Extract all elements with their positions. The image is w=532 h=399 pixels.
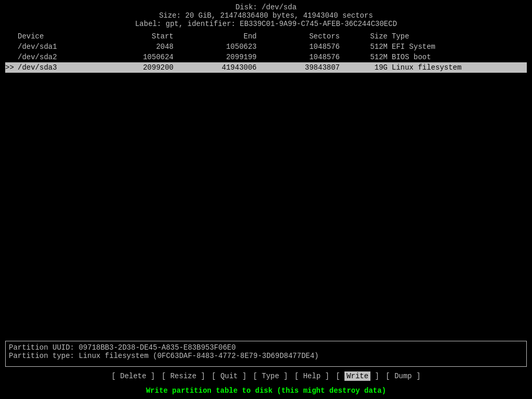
bracket-close: ]	[412, 372, 421, 380]
bracket-close: ]	[238, 372, 247, 380]
menu-item-write[interactable]: [ Write ]	[336, 372, 379, 380]
row-end: 1050623	[184, 43, 267, 51]
row-type: EFI System	[392, 43, 527, 51]
bracket-close: ]	[370, 372, 379, 380]
bracket-close: ]	[279, 372, 288, 380]
info-line2: Partition type: Linux filesystem (0FC63D…	[9, 352, 523, 360]
terminal-screen: Disk: /dev/sda Size: 20 GiB, 21474836480…	[0, 0, 532, 399]
row-device: /dev/sda3	[18, 63, 101, 72]
menu-item-quit[interactable]: [ Quit ]	[211, 372, 246, 380]
status-text: Write partition table to disk (this migh…	[146, 387, 386, 395]
col-header-size: Size	[350, 32, 392, 41]
menu-bar: [ Delete ] [ Resize ] [ Quit ] [ Type ] …	[0, 367, 532, 383]
menu-items: [ Delete ] [ Resize ] [ Quit ] [ Type ] …	[110, 372, 421, 380]
row-sectors: 39843807	[267, 63, 350, 72]
info-line1: Partition UUID: 09718BB3-2D38-DE45-A835-…	[9, 343, 523, 352]
row-indicator	[5, 53, 18, 61]
bracket-open: [	[385, 372, 394, 380]
menu-label-write: Write	[344, 371, 370, 381]
row-sectors: 1048576	[267, 53, 350, 61]
partition-table: Device Start End Sectors Size Type /dev/…	[0, 31, 532, 73]
row-sectors: 1048576	[267, 43, 350, 51]
partition-info-box: Partition UUID: 09718BB3-2D38-DE45-A835-…	[5, 341, 527, 367]
partition-rows-container: /dev/sda1 2048 1050623 1048576 512M EFI …	[5, 42, 527, 73]
menu-item-type[interactable]: [ Type ]	[253, 372, 288, 380]
status-bar: Write partition table to disk (this migh…	[0, 383, 532, 399]
disk-header: Disk: /dev/sda Size: 20 GiB, 21474836480…	[0, 0, 532, 29]
bottom-panel: Partition UUID: 09718BB3-2D38-DE45-A835-…	[0, 341, 532, 399]
col-header-type: Type	[392, 32, 527, 41]
row-device: /dev/sda2	[18, 53, 101, 61]
row-indicator: >>	[5, 63, 18, 72]
row-size: 512M	[350, 53, 392, 61]
bracket-open: [	[111, 372, 120, 380]
col-header-device: Device	[18, 32, 101, 41]
col-header-end: End	[184, 32, 267, 41]
indicator-spacer	[5, 32, 18, 41]
menu-item-delete[interactable]: [ Delete ]	[111, 372, 155, 380]
col-header-sectors: Sectors	[267, 32, 350, 41]
bracket-close: ]	[147, 372, 155, 380]
bracket-open: [	[211, 372, 220, 380]
table-header-row: Device Start End Sectors Size Type	[5, 31, 527, 42]
menu-label-delete: Delete	[120, 372, 146, 380]
row-type: BIOS boot	[392, 53, 527, 61]
row-start: 2099200	[101, 63, 184, 72]
bracket-open: [	[162, 372, 170, 380]
disk-label-line: Label: gpt, identifier: EB339C01-9A99-C7…	[0, 20, 532, 28]
table-row[interactable]: >> /dev/sda3 2099200 41943006 39843807 1…	[5, 62, 527, 73]
menu-label-dump: Dump	[394, 372, 412, 380]
row-end: 41943006	[184, 63, 267, 72]
row-size: 512M	[350, 43, 392, 51]
row-indicator	[5, 43, 18, 51]
bracket-close: ]	[321, 372, 329, 380]
menu-item-dump[interactable]: [ Dump ]	[385, 372, 420, 380]
row-end: 2099199	[184, 53, 267, 61]
table-row[interactable]: /dev/sda1 2048 1050623 1048576 512M EFI …	[5, 42, 527, 52]
menu-label-resize: Resize	[170, 372, 196, 380]
row-start: 1050624	[101, 53, 184, 61]
row-device: /dev/sda1	[18, 43, 101, 51]
menu-item-help[interactable]: [ Help ]	[295, 372, 329, 380]
disk-title: Disk: /dev/sda	[0, 3, 532, 11]
table-row[interactable]: /dev/sda2 1050624 2099199 1048576 512M B…	[5, 52, 527, 62]
menu-label-help: Help	[303, 372, 321, 380]
row-type: Linux filesystem	[392, 63, 527, 72]
menu-label-quit: Quit	[220, 372, 238, 380]
menu-item-resize[interactable]: [ Resize ]	[162, 372, 205, 380]
bracket-open: [	[253, 372, 262, 380]
menu-label-type: Type	[262, 372, 280, 380]
row-size: 19G	[350, 63, 392, 72]
bracket-close: ]	[196, 372, 205, 380]
bracket-open: [	[336, 372, 344, 380]
disk-size-line: Size: 20 GiB, 21474836480 bytes, 4194304…	[0, 11, 532, 20]
col-header-start: Start	[101, 32, 184, 41]
bracket-open: [	[295, 372, 303, 380]
row-start: 2048	[101, 43, 184, 51]
main-content-area	[0, 73, 532, 341]
